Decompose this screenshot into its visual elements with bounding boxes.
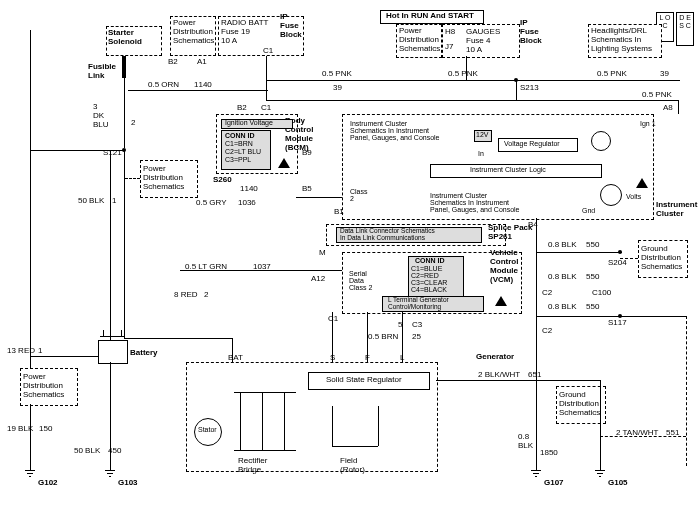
ground-dist-l-label: Ground Distribution Schematics [559,390,600,417]
blk550-v [536,218,537,294]
fusible-label: Fusible Link [88,62,116,80]
n1140: 1140 [194,80,212,89]
gauges-label: GAUGES Fuse 4 10 A [466,27,500,54]
n39b: 39 [660,69,669,78]
n651: 651 [528,370,541,379]
b5-line [296,197,342,198]
vc2: C2=RED [411,272,439,279]
batt-term1 [103,330,104,336]
b9: B9 [302,148,312,157]
g105: G105 [608,478,628,487]
b2c1a: B2 [237,103,247,112]
s117-down [686,316,687,466]
pwr-dist-b2: B2 [168,57,178,66]
field-label: Field (Rotor) [340,456,365,474]
w05brn: 0.5 BRN [368,332,398,341]
tanwht-line [600,436,686,437]
conn-id-label: CONN ID [225,132,255,139]
conn-c3: C3=PPL [225,156,251,163]
gnd-label: Gnd [582,207,595,214]
g102-line [30,404,31,470]
vc1: C1=BLUE [411,265,442,272]
g107-ground-icon [531,470,541,480]
w05gry: 0.5 GRY [196,198,227,207]
n1r: 1 [38,346,42,355]
gen-bat-line [232,338,233,362]
blk550-v2 [536,294,537,336]
s204-dot [618,250,622,254]
n1140b: 1140 [240,184,258,193]
gen-l-line [402,312,403,362]
c3c: C3 [412,320,422,329]
n150: 150 [39,424,52,433]
gd-r-conn [620,258,638,259]
w08blk1: 0.8 BLK [548,240,576,249]
voltage-regulator-label: Voltage Regulator [504,140,560,147]
red13-line [30,356,98,357]
batt-term2 [121,330,122,336]
blk550-c [536,316,686,317]
w50blk: 50 BLK [78,196,104,205]
ground-dist-r-label: Ground Distribution Schematics [641,244,682,271]
conn-id2: CONN ID [415,257,445,264]
field-coil [332,406,378,446]
w3dkblu-line [124,78,125,148]
pwr-dist-a1: A1 [197,57,207,66]
a8-drop [678,100,679,114]
w05pnk1: 0.5 PNK [322,69,352,78]
g103: G103 [118,478,138,487]
battery-label: Battery [130,348,158,357]
conn-c1: C1=BRN [225,140,253,147]
vcm-label: Vehicle Control Module (VCM) [490,248,518,284]
datalink-label: Data Link Connector Schematics In Data L… [340,227,435,241]
g107: G107 [544,478,564,487]
b1: B1 [334,207,344,216]
n1036: 1036 [238,198,256,207]
power-dist-a-label: Power Distribution Schematics [173,18,214,45]
ic-12v-label: 12V [476,131,488,138]
splice-label: Splice Pack SP261 [488,223,532,241]
m: M [319,248,326,257]
stator-label: Stator [198,426,217,433]
n550b: 550 [586,272,599,281]
ic-tri-icon [636,178,648,188]
ic-gauge-icon [591,131,611,151]
batt-top [100,336,124,337]
class2: Class 2 [350,188,368,202]
ltgrn-line [180,270,342,271]
blkwht-line [436,380,600,381]
g107-line [536,336,537,470]
power-dist-left-label: Power Distribution Schematics [23,372,64,399]
n25: 25 [412,332,421,341]
w2blkwht: 2 BLK/WHT [478,370,520,379]
bcm-tri-icon [278,158,290,168]
a8: A8 [663,103,673,112]
volts-icon [600,184,622,206]
n2b: 2 [204,290,208,299]
w05orn: 0.5 ORN [148,80,179,89]
wiring-diagram: L O C D E S C Starter Solenoid Power Dis… [0,0,700,509]
g103-line [110,362,111,470]
hot-run-start-label: Hot In RUN And START [386,11,474,20]
j7-label: J7 [445,42,453,51]
ssr-label: Solid State Regulator [326,375,402,384]
ic-bot-label: Instrument Cluster Schematics In Instrum… [430,192,520,213]
j7-drop [466,56,467,80]
b2c1b: C1 [261,103,271,112]
bus-pnk-r [582,80,680,81]
w08blk3: 0.8 BLK [548,302,576,311]
ip-fuse-block-a-label: IP Fuse Block [280,12,302,39]
n39a: 39 [333,83,342,92]
w08blk4: 0.8 BLK [518,432,533,450]
n2a: 2 [131,118,135,127]
w05pnk-a8: 0.5 PNK [642,90,672,99]
a12: A12 [311,274,325,283]
c1-drop [266,56,267,100]
g105-line [600,380,601,470]
h8-label: H8 [445,27,455,36]
diode-grid [234,392,296,450]
w05pnk2: 0.5 PNK [448,69,478,78]
conn-c2: C2=LT BLU [225,148,261,155]
gen-bat-h [124,338,232,339]
n1850: 1850 [540,448,558,457]
